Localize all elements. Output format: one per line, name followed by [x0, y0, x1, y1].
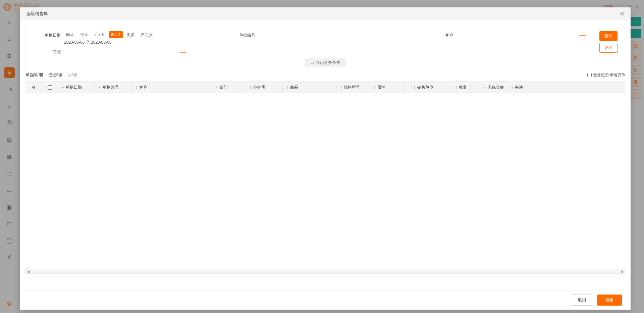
col-label: 商品 [290, 85, 298, 90]
sep: | [65, 73, 66, 77]
col-header-7[interactable]: ▲▼属性 [370, 82, 404, 93]
sort-icon: ▲▼ [135, 86, 138, 89]
col-label: 客户 [139, 85, 147, 90]
date-tab-more[interactable]: 更多 [125, 31, 137, 38]
chevron-up-icon: ︽ [311, 60, 314, 65]
col-header-5[interactable]: ▲▼商品 [283, 82, 336, 93]
selected-count: 已选0条 [48, 72, 63, 78]
col-header-3[interactable]: ▲▼部门 [212, 82, 246, 93]
include-split-checkbox[interactable] [587, 73, 592, 77]
filter-panel: 单据日期 昨天 今天 近7天 近1月 更多 自定义 2023-05-06 至 [25, 25, 625, 67]
col-label: 业务员 [253, 85, 265, 90]
date-range-display: 2023-05-06 至 2023-06-06 [64, 40, 155, 45]
col-header-1[interactable]: ▲单据编号 [95, 82, 132, 93]
select-sales-order-modal: 选取销货单 ✕ 单据日期 昨天 今天 近7天 近1月 更多 自定义 [20, 7, 631, 310]
col-header-9[interactable]: ▲▼数量 [437, 82, 471, 93]
settings-button[interactable]: 设置 [599, 43, 618, 53]
date-range-tabs: 昨天 今天 近7天 近1月 更多 自定义 [64, 31, 155, 38]
date-tab-yesterday[interactable]: 昨天 [64, 31, 76, 38]
customer-lookup-icon[interactable]: ••• [579, 33, 585, 38]
col-header-11[interactable]: ▲▼备注 [507, 82, 622, 93]
col-label: 无税金额 [488, 85, 504, 90]
col-header-4[interactable]: ▲▼业务员 [246, 82, 283, 93]
close-icon[interactable]: ✕ [620, 10, 625, 17]
col-label: 部门 [220, 85, 228, 90]
column-settings-icon[interactable]: ⚙ [26, 82, 42, 93]
col-header-2[interactable]: ▲▼客户 [132, 82, 212, 93]
col-header-6[interactable]: ▲▼规格型号 [336, 82, 370, 93]
date-tab-7days[interactable]: 近7天 [92, 31, 107, 38]
col-label: 规格型号 [344, 85, 360, 90]
docno-label: 单据编号 [229, 31, 255, 38]
col-header-8[interactable]: ▲▼销售单位 [404, 82, 437, 93]
customer-input[interactable] [457, 31, 577, 38]
detail-summary-bar: 单据明细 已选0条 | 共0条 包含已分摊销货单 [25, 72, 625, 78]
sort-icon: ▲▼ [484, 86, 486, 89]
date-from: 2023-05-06 [64, 40, 85, 45]
col-header-10[interactable]: ▲▼无税金额 [471, 82, 507, 93]
sort-icon: ▲▼ [455, 86, 458, 89]
col-header-0[interactable]: ▲单据日期 [58, 82, 95, 93]
sort-icon: ▲ [98, 87, 101, 88]
date-tab-today[interactable]: 今天 [78, 31, 90, 38]
horizontal-scrollbar[interactable]: ◀ ▶ [25, 269, 625, 275]
product-input[interactable] [64, 48, 178, 55]
collapse-label: 收起更多条件 [316, 60, 340, 65]
col-label: 单据编号 [103, 85, 119, 90]
sort-icon: ▲▼ [249, 86, 252, 89]
modal-body: 单据日期 昨天 今天 近7天 近1月 更多 自定义 2023-05-06 至 [20, 20, 631, 290]
date-tab-custom[interactable]: 自定义 [139, 31, 155, 38]
modal-header: 选取销货单 ✕ [20, 7, 631, 20]
modal-footer: 取消 确定 [20, 290, 631, 310]
customer-label: 客户 [427, 31, 453, 38]
total-count: 共0条 [68, 72, 78, 78]
scroll-left-icon[interactable]: ◀ [25, 269, 31, 274]
docno-input[interactable] [259, 31, 399, 38]
sort-icon: ▲▼ [511, 86, 514, 89]
include-split-label: 包含已分摊销货单 [593, 72, 625, 78]
sort-icon: ▲▼ [340, 86, 342, 89]
product-lookup-icon[interactable]: ••• [180, 50, 186, 55]
scroll-right-icon[interactable]: ▶ [620, 269, 625, 274]
col-label: 销售单位 [417, 85, 433, 90]
date-label: 单据日期 [35, 31, 61, 38]
query-button[interactable]: 查询 [599, 31, 618, 41]
date-sep: 至 [86, 40, 90, 45]
date-tab-1month[interactable]: 近1月 [109, 31, 123, 38]
modal-title: 选取销货单 [26, 11, 48, 17]
product-label: 商品 [35, 48, 61, 55]
col-label: 备注 [515, 85, 523, 90]
sort-icon: ▲▼ [373, 86, 376, 89]
confirm-button[interactable]: 确定 [597, 295, 622, 306]
col-label: 数量 [459, 85, 467, 90]
sort-icon: ▲▼ [216, 86, 218, 89]
detail-title: 单据明细 [25, 72, 43, 78]
select-all-checkbox[interactable] [42, 82, 58, 93]
scroll-track[interactable] [31, 270, 620, 274]
sort-icon: ▲▼ [286, 86, 289, 89]
sort-icon: ▲ [61, 87, 64, 88]
sort-icon: ▲▼ [413, 86, 416, 89]
collapse-more-filters[interactable]: ︽ 收起更多条件 [305, 58, 346, 67]
date-to: 2023-06-06 [91, 40, 111, 45]
filter-actions: 查询 设置 [599, 31, 618, 53]
table-header: ⚙ ▲单据日期▲单据编号▲▼客户▲▼部门▲▼业务员▲▼商品▲▼规格型号▲▼属性▲… [25, 81, 625, 93]
col-label: 属性 [377, 85, 385, 90]
col-label: 单据日期 [66, 85, 82, 90]
cancel-button[interactable]: 取消 [571, 295, 593, 306]
